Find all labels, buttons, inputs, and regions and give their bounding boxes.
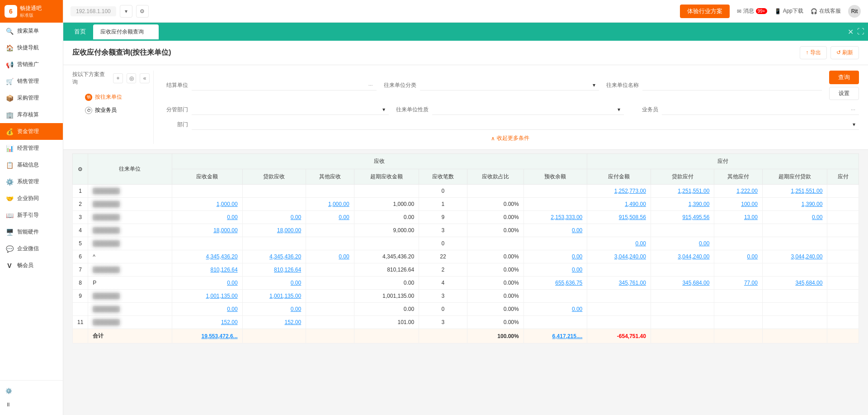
- sidebar-settings-btn[interactable]: ⚙️: [0, 384, 63, 398]
- page-actions: ↑ 导出 ↺ 刷新: [800, 46, 859, 59]
- tab-home[interactable]: 首页: [67, 24, 93, 39]
- sidebar-item-search[interactable]: 🔍 搜索菜单: [0, 23, 63, 39]
- sidebar-item-wechat[interactable]: 💬 企业微信: [0, 240, 63, 257]
- setting-btn[interactable]: 设置: [829, 87, 859, 100]
- table-cell[interactable]: 100.00: [714, 198, 763, 211]
- table-cell[interactable]: 810,126.64: [172, 263, 242, 277]
- table-cell[interactable]: 1,001,135.00: [172, 290, 242, 303]
- filter-circle-btn[interactable]: ◎: [127, 73, 137, 83]
- refresh-btn[interactable]: ↺ 刷新: [830, 46, 859, 59]
- table-cell[interactable]: 0.00: [242, 211, 306, 224]
- sidebar-item-operation[interactable]: 📊 经营管理: [0, 140, 63, 157]
- table-cell[interactable]: 1,390.00: [762, 198, 827, 211]
- table-cell[interactable]: 1,390.00: [651, 198, 714, 211]
- sidebar-item-sales[interactable]: 🛒 销售管理: [0, 73, 63, 90]
- table-cell[interactable]: 345,684.00: [762, 277, 827, 290]
- table-cell[interactable]: 18,000.00: [172, 224, 242, 237]
- sidebar-item-marketing[interactable]: 📢 营销推广: [0, 56, 63, 73]
- table-cell[interactable]: 810,126.64: [242, 263, 306, 277]
- table-cell[interactable]: 1,251,551.00: [762, 185, 827, 198]
- industry-btn[interactable]: 体验行业方案: [680, 5, 730, 18]
- sidebar-item-guide[interactable]: 📖 新手引导: [0, 207, 63, 224]
- jiesuan-input[interactable]: ···: [192, 80, 377, 91]
- app-download-item[interactable]: 📱 App下载: [774, 7, 803, 15]
- scheme-item-wanglai[interactable]: 畅 按往来单位: [81, 91, 150, 103]
- table-cell[interactable]: 77.00: [714, 277, 763, 290]
- sidebar-item-basic[interactable]: 📋 基础信息: [0, 157, 63, 173]
- table-cell[interactable]: 0.00: [524, 224, 587, 237]
- sidebar-collapse-btn[interactable]: ⏸: [0, 398, 63, 411]
- mingcheng-input[interactable]: [642, 80, 822, 91]
- table-cell[interactable]: 0.00: [524, 263, 587, 277]
- tab-close-window-btn[interactable]: ✕: [848, 28, 854, 36]
- table-cell[interactable]: 915,495.56: [651, 211, 714, 224]
- table-cell[interactable]: 0.00: [524, 250, 587, 263]
- sidebar-item-finance[interactable]: 💰 资金管理: [0, 123, 63, 140]
- table-cell[interactable]: 1,490.00: [587, 198, 651, 211]
- settings-gear-btn[interactable]: ⚙: [136, 5, 149, 18]
- table-cell[interactable]: 0.00: [242, 303, 306, 316]
- table-cell[interactable]: 3,044,240.00: [762, 250, 827, 263]
- table-cell[interactable]: 152.00: [172, 316, 242, 329]
- table-cell[interactable]: 0.00: [306, 211, 354, 224]
- bumen-select[interactable]: ▾: [192, 119, 859, 130]
- table-cell[interactable]: 4,345,436.20: [242, 250, 306, 263]
- xingzhi-select[interactable]: ▾: [432, 105, 624, 115]
- sidebar-item-member[interactable]: V 畅会员: [0, 257, 63, 274]
- table-settings-icon[interactable]: ⚙: [78, 166, 83, 172]
- tab-current[interactable]: 应收应付余额查询 ×: [93, 24, 159, 39]
- fenguan-select[interactable]: ▾: [192, 105, 389, 115]
- total-yingshou-jin[interactable]: 19,553,472,6...: [172, 329, 242, 343]
- filter-collapse-btn[interactable]: «: [140, 73, 150, 83]
- table-cell[interactable]: 0.00: [587, 237, 651, 250]
- filter-add-btn[interactable]: +: [113, 73, 123, 83]
- table-cell[interactable]: 2,153,333.00: [524, 211, 587, 224]
- sidebar-item-collab[interactable]: 🤝 企业协同: [0, 190, 63, 207]
- table-cell[interactable]: 0.00: [172, 277, 242, 290]
- table-cell[interactable]: 0.00: [242, 277, 306, 290]
- sidebar-item-purchase[interactable]: 📦 采购管理: [0, 90, 63, 106]
- table-cell[interactable]: 1,000.00: [172, 198, 242, 211]
- dropdown-btn[interactable]: ▾: [120, 5, 132, 18]
- table-cell[interactable]: 0.00: [762, 211, 827, 224]
- sidebar-item-nav[interactable]: 🏠 快捷导航: [0, 39, 63, 56]
- online-service-item[interactable]: 🎧 在线客服: [811, 7, 841, 15]
- sidebar-item-inventory[interactable]: 🏢 库存核算: [0, 106, 63, 123]
- table-cell[interactable]: 13.00: [714, 211, 763, 224]
- table-cell[interactable]: 1,252,773.00: [587, 185, 651, 198]
- table-cell[interactable]: 1,000.00: [306, 198, 354, 211]
- table-cell[interactable]: 0.00: [524, 303, 587, 316]
- table-cell[interactable]: 345,684.00: [651, 277, 714, 290]
- tab-maximize-btn[interactable]: ⛶: [857, 28, 864, 36]
- scheme-item-yewuyuan[interactable]: ⏱ 按业务员: [81, 105, 150, 116]
- total-yushou[interactable]: 6,417,215....: [524, 329, 587, 343]
- table-cell[interactable]: 0.00: [172, 211, 242, 224]
- table-cell[interactable]: 18,000.00: [242, 224, 306, 237]
- user-avatar[interactable]: Rit: [848, 5, 861, 18]
- sidebar-item-hardware[interactable]: 🖥️ 智能硬件: [0, 224, 63, 240]
- table-cell[interactable]: 0.00: [172, 303, 242, 316]
- export-btn[interactable]: ↑ 导出: [800, 46, 826, 59]
- table-cell[interactable]: 0.00: [651, 237, 714, 250]
- table-cell[interactable]: 345,761.00: [587, 277, 651, 290]
- table-cell[interactable]: 655,636.75: [524, 277, 587, 290]
- table-cell[interactable]: 915,508.56: [587, 211, 651, 224]
- notification-item[interactable]: ✉ 消息 99+: [737, 7, 767, 15]
- table-cell[interactable]: 1,222.00: [714, 185, 763, 198]
- sidebar-item-system[interactable]: ⚙️ 系统管理: [0, 173, 63, 190]
- fenlei-select[interactable]: ▾: [420, 80, 599, 91]
- tab-close-btn[interactable]: ×: [148, 29, 151, 35]
- table-cell[interactable]: 4,345,436.20: [172, 250, 242, 263]
- collapse-more-btn[interactable]: ∧ 收起更多条件: [161, 134, 859, 142]
- settings-th[interactable]: ⚙: [73, 154, 88, 185]
- table-cell[interactable]: 1,001,135.00: [242, 290, 306, 303]
- table-cell[interactable]: 1,251,551.00: [651, 185, 714, 198]
- table-cell[interactable]: 0.00: [306, 250, 354, 263]
- app-logo: 6 畅捷通吧 标准版: [0, 0, 63, 23]
- yewuyuan-select[interactable]: ···: [662, 105, 859, 115]
- table-cell[interactable]: 152.00: [242, 316, 306, 329]
- table-cell[interactable]: 3,044,240.00: [587, 250, 651, 263]
- table-cell[interactable]: 3,044,240.00: [651, 250, 714, 263]
- query-btn[interactable]: 查询: [829, 71, 859, 84]
- table-cell[interactable]: 0.00: [714, 250, 763, 263]
